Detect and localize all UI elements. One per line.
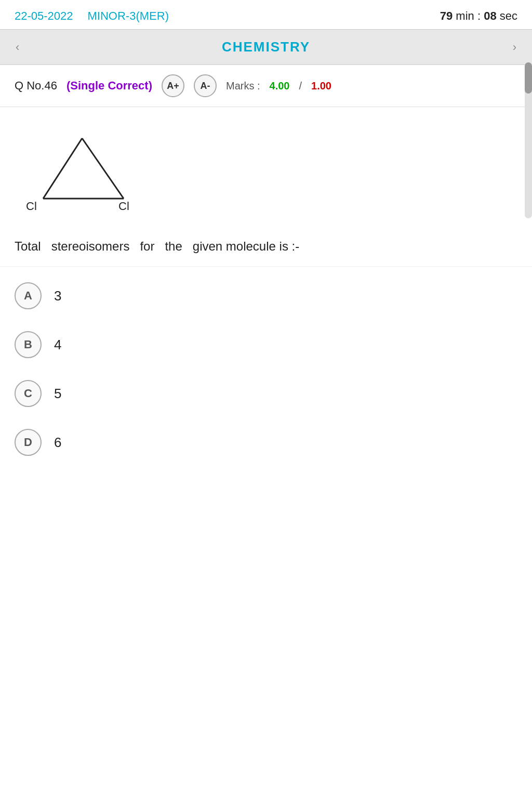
- svg-text:Cl: Cl: [26, 200, 37, 213]
- molecule-svg: Cl Cl: [15, 122, 181, 226]
- scrollbar-track: [525, 62, 532, 218]
- timer-sec-label: sec: [500, 9, 517, 22]
- option-row-c[interactable]: C 5: [15, 380, 517, 407]
- option-a-button[interactable]: A: [15, 282, 42, 309]
- exam-date: 22-05-2022: [15, 9, 73, 23]
- marks-positive: 4.00: [270, 80, 290, 92]
- option-a-value: 3: [54, 288, 61, 304]
- question-header: Q No.46 (Single Correct) A+ A- Marks : 4…: [0, 65, 532, 107]
- molecule-diagram: Cl Cl: [15, 122, 517, 228]
- question-body: Cl Cl Total stereoisomers for the given …: [0, 107, 532, 267]
- option-b-button[interactable]: B: [15, 331, 42, 358]
- timer-separator: min :: [456, 9, 484, 22]
- option-b-value: 4: [54, 337, 61, 353]
- option-d-button[interactable]: D: [15, 429, 42, 456]
- exam-name: MINOR-3(MER): [88, 9, 169, 23]
- question-type: (Single Correct): [66, 79, 152, 93]
- options-section: A 3 B 4 C 5 D 6: [0, 267, 532, 493]
- option-d-value: 6: [54, 435, 61, 451]
- svg-text:Cl: Cl: [118, 200, 129, 213]
- next-subject-button[interactable]: ›: [508, 41, 522, 54]
- option-row-d[interactable]: D 6: [15, 429, 517, 456]
- question-text: Total stereoisomers for the given molecu…: [15, 237, 517, 256]
- marks-label: Marks :: [226, 80, 260, 92]
- marks-slash: /: [299, 80, 302, 92]
- font-increase-button[interactable]: A+: [162, 74, 184, 97]
- scrollbar-thumb[interactable]: [525, 62, 532, 94]
- option-row-b[interactable]: B 4: [15, 331, 517, 358]
- header: 22-05-2022 MINOR-3(MER) 79 min : 08 sec: [0, 0, 532, 29]
- option-c-button[interactable]: C: [15, 380, 42, 407]
- header-left: 22-05-2022 MINOR-3(MER): [15, 9, 169, 23]
- subject-bar: ‹ CHEMISTRY ›: [0, 29, 532, 65]
- font-decrease-button[interactable]: A-: [194, 74, 217, 97]
- svg-line-0: [43, 138, 82, 199]
- question-number: Q No.46: [15, 79, 57, 93]
- prev-subject-button[interactable]: ‹: [10, 41, 24, 54]
- timer-seconds: 08: [484, 9, 496, 22]
- svg-line-1: [82, 138, 124, 199]
- option-row-a[interactable]: A 3: [15, 282, 517, 309]
- marks-negative: 1.00: [311, 80, 331, 92]
- timer: 79 min : 08 sec: [440, 9, 517, 23]
- subject-title: CHEMISTRY: [24, 39, 507, 55]
- option-c-value: 5: [54, 386, 61, 402]
- timer-minutes: 79: [440, 9, 453, 22]
